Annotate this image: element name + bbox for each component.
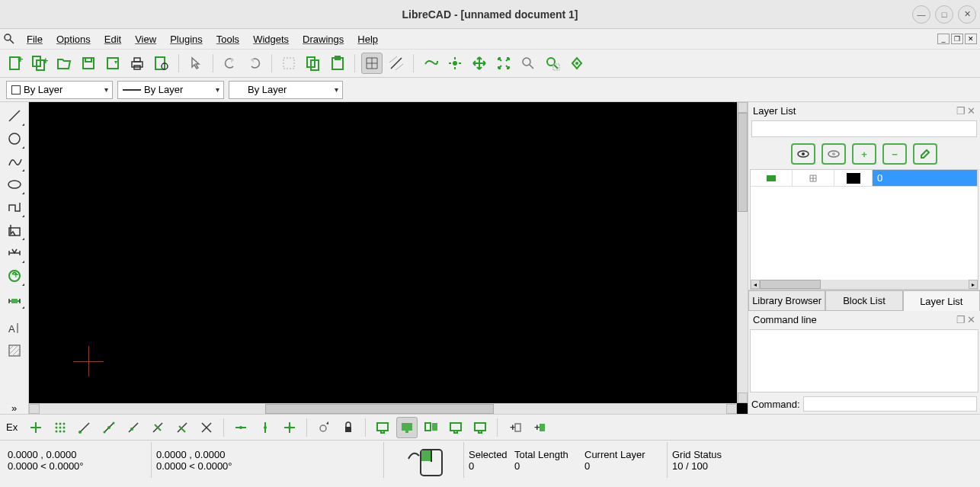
- menu-help[interactable]: Help: [351, 30, 385, 48]
- maximize-button[interactable]: □: [935, 5, 953, 24]
- mdi-restore-button[interactable]: ❐: [951, 34, 963, 44]
- horizontal-scrollbar[interactable]: [29, 403, 737, 414]
- tool-circle[interactable]: [4, 128, 25, 149]
- layer-edit-button[interactable]: [913, 143, 937, 165]
- layer-scroll-left[interactable]: ◂: [751, 280, 760, 289]
- scroll-down-button[interactable]: [738, 392, 748, 403]
- zoom-redraw-button[interactable]: [420, 53, 441, 74]
- snap-distance-button[interactable]: [171, 417, 193, 438]
- menu-plugins[interactable]: Plugins: [163, 30, 210, 48]
- vertical-scroll-thumb[interactable]: [738, 113, 748, 212]
- menu-widgets[interactable]: Widgets: [246, 30, 296, 48]
- draft-mode-button[interactable]: [386, 53, 407, 74]
- snap-ex-label[interactable]: Ex: [6, 421, 18, 433]
- layer-hscroll[interactable]: ◂ ▸: [751, 280, 978, 289]
- minimize-button[interactable]: —: [912, 5, 930, 24]
- menu-drawings[interactable]: Drawings: [296, 30, 351, 48]
- paste-button[interactable]: [327, 53, 348, 74]
- cmd-panel-close-button[interactable]: ✕: [967, 314, 975, 325]
- layer-name-cell[interactable]: 0: [873, 170, 978, 186]
- mdi-minimize-button[interactable]: _: [937, 34, 950, 44]
- tool-dimension[interactable]: [4, 242, 25, 264]
- zoom-selected-button[interactable]: [566, 53, 588, 74]
- view-dual-button[interactable]: [421, 417, 442, 438]
- tab-block-list[interactable]: Block List: [825, 290, 902, 311]
- restrict-horizontal-button[interactable]: [279, 417, 300, 438]
- zoom-previous-button[interactable]: [517, 53, 539, 74]
- menu-options[interactable]: Options: [50, 30, 98, 48]
- new-from-template-button[interactable]: +: [29, 53, 50, 74]
- menu-file[interactable]: File: [20, 30, 50, 48]
- tool-hatch[interactable]: [4, 340, 25, 361]
- scroll-left-button[interactable]: [29, 404, 40, 414]
- print-preview-button[interactable]: [151, 53, 172, 74]
- horizontal-scroll-thumb[interactable]: [265, 404, 494, 414]
- zoom-window-button[interactable]: [542, 53, 563, 74]
- tab-layer-list[interactable]: Layer List: [903, 290, 980, 311]
- zoom-auto-button[interactable]: [493, 53, 514, 74]
- save-as-button[interactable]: [102, 53, 123, 74]
- copy-button[interactable]: [303, 53, 324, 74]
- lock-relative-zero-button[interactable]: [338, 417, 359, 438]
- linetype-selector[interactable]: By Layer: [229, 81, 343, 99]
- panel-float-button[interactable]: ❐: [956, 105, 966, 117]
- menu-view[interactable]: View: [128, 30, 163, 48]
- menu-edit[interactable]: Edit: [98, 30, 128, 48]
- command-input[interactable]: [803, 396, 977, 412]
- restrict-orthogonal-button[interactable]: [255, 417, 276, 438]
- view-outline-button[interactable]: [445, 417, 466, 438]
- tool-modify[interactable]: +: [4, 265, 25, 287]
- layer-show-all-button[interactable]: [791, 143, 815, 165]
- vertical-scrollbar[interactable]: [737, 102, 748, 403]
- scroll-up-button[interactable]: [738, 102, 748, 113]
- pointer-button[interactable]: [185, 53, 207, 74]
- zoom-in-button[interactable]: [444, 53, 466, 74]
- view-outline2-button[interactable]: [469, 417, 491, 438]
- undo-button[interactable]: [219, 53, 241, 74]
- tool-polyline[interactable]: [4, 197, 25, 218]
- snap-endpoint-button[interactable]: [74, 417, 95, 438]
- tool-info[interactable]: [4, 288, 25, 309]
- new-file-button[interactable]: +: [5, 53, 26, 74]
- close-button[interactable]: ✕: [958, 5, 976, 24]
- layer-hide-all-button[interactable]: [821, 143, 846, 165]
- layer-list[interactable]: 0 ◂ ▸: [750, 169, 978, 290]
- snap-middle-button[interactable]: [147, 417, 168, 438]
- bw-green-view-button[interactable]: [372, 417, 393, 438]
- layer-row[interactable]: 0: [751, 170, 978, 187]
- menu-tools[interactable]: Tools: [210, 30, 246, 48]
- add-view-green-button[interactable]: +: [528, 417, 549, 438]
- relative-zero-button[interactable]: [313, 417, 335, 438]
- layer-scroll-thumb[interactable]: [760, 280, 821, 289]
- linewidth-selector[interactable]: By Layer: [117, 81, 224, 99]
- drawing-canvas[interactable]: [29, 102, 737, 403]
- command-history[interactable]: [750, 329, 978, 392]
- layer-lock-icon[interactable]: [793, 170, 834, 186]
- snap-free-button[interactable]: [25, 417, 46, 438]
- tab-library-browser[interactable]: Library Browser: [748, 290, 825, 311]
- restrict-nothing-button[interactable]: [230, 417, 251, 438]
- cmd-panel-float-button[interactable]: ❐: [956, 314, 966, 325]
- tool-select[interactable]: [4, 219, 25, 241]
- scroll-right-button[interactable]: [726, 404, 737, 414]
- snap-entity-button[interactable]: [98, 417, 120, 438]
- menu-search-icon[interactable]: [3, 33, 15, 45]
- layer-color-cell[interactable]: [834, 170, 873, 186]
- redo-button[interactable]: [244, 53, 265, 74]
- add-view-button[interactable]: +: [504, 417, 525, 438]
- tool-line[interactable]: [4, 105, 25, 127]
- tool-curve[interactable]: [4, 151, 25, 172]
- tool-ellipse[interactable]: [4, 174, 25, 195]
- tool-overflow[interactable]: »: [4, 402, 25, 414]
- snap-center-button[interactable]: [123, 417, 144, 438]
- mdi-close-button[interactable]: ✕: [965, 34, 977, 44]
- tool-mtext[interactable]: A: [4, 317, 25, 338]
- cut-button[interactable]: [278, 53, 299, 74]
- grid-toggle-button[interactable]: [361, 53, 383, 74]
- save-button[interactable]: [78, 53, 99, 74]
- open-button[interactable]: [53, 53, 75, 74]
- layer-remove-button[interactable]: −: [882, 143, 907, 165]
- layer-add-button[interactable]: +: [852, 143, 876, 165]
- print-button[interactable]: [127, 53, 148, 74]
- panel-close-button[interactable]: ✕: [967, 105, 975, 117]
